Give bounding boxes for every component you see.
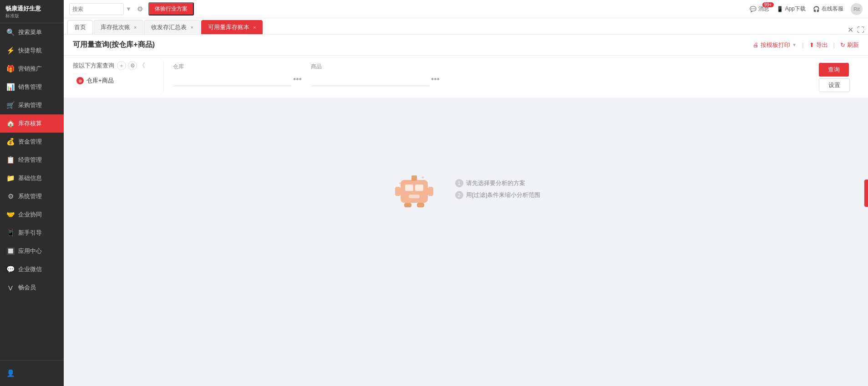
scheme-label: 按以下方案查询 [73,62,114,70]
sidebar-logo: 畅康通好生意 标准版 [0,0,64,23]
topbar: ▼ ⚙ 体验行业方案 💬 消息 99+ 📱 App下载 🎧 在线客服 Rit [64,0,868,18]
app-download-btn[interactable]: 📱 App下载 [777,5,806,13]
sidebar-icon-operations: 📋 [6,156,15,164]
export-icon: ⬆ [809,41,814,48]
warehouse-more-btn[interactable]: ••• [293,75,302,84]
collapse-arrow[interactable]: 《 [139,62,145,70]
sidebar-icon-newbie: 📱 [6,229,15,237]
sidebar-item-shortcut[interactable]: ⚡ 快捷导航 [0,41,64,60]
sidebar-label-appcenter: 应用中心 [18,247,42,255]
svg-rect-2 [415,185,423,191]
tab-label-home: 首页 [74,23,86,31]
sidebar-item-appcenter[interactable]: 🔲 应用中心 [0,242,64,260]
goods-more-btn[interactable]: ••• [431,75,440,84]
goods-field: 商品 ••• [311,63,440,86]
goods-input[interactable] [311,72,429,86]
sidebar-item-finance[interactable]: 💰 资金管理 [0,133,64,151]
warehouse-input[interactable] [173,72,291,86]
settings-button[interactable]: 设置 [819,78,850,92]
sidebar-label-basic: 基础信息 [18,174,42,182]
sidebar-icon-sales: 📊 [6,83,15,91]
page-header-actions: 🖨 按模板打印 ▼ | ⬆ 导出 | ↻ 刷新 [753,41,859,49]
tab-close-btn[interactable]: ✕ [848,26,853,34]
divider2: | [833,41,835,48]
refresh-action[interactable]: ↻ 刷新 [840,41,859,49]
sidebar-item-newbie[interactable]: 📱 新手引导 [0,224,64,242]
svg-text:✦: ✦ [421,175,425,180]
tab-close-available[interactable]: × [253,25,256,30]
svg-rect-1 [405,185,413,191]
empty-illustration: ✦ ✦ [391,166,437,212]
sidebar-item-operations[interactable]: 📋 经营管理 [0,151,64,169]
sidebar-menu: 🔍 搜索菜单 ⚡ 快捷导航 🎁 营销推广 📊 销售管理 🛒 采购管理 🏠 库存核… [0,23,64,360]
sidebar-item-purchase[interactable]: 🛒 采购管理 [0,96,64,114]
tip-2: 2 用[过滤]条件来缩小分析范围 [455,191,540,199]
warehouse-label: 仓库 [173,63,302,71]
message-icon: 💬 [750,6,756,12]
setting-scheme-btn[interactable]: ⚙ [128,61,137,70]
scheme-item-label: 仓库+商品 [86,77,114,85]
sidebar-label-purchase: 采购管理 [18,101,42,109]
topbar-search: ▼ [69,3,132,15]
app-title: 畅康通好生意 [5,5,58,13]
sidebar-item-search[interactable]: 🔍 搜索菜单 [0,23,64,41]
sidebar-item-enterprise[interactable]: 🤝 企业协同 [0,206,64,224]
svg-rect-6 [395,187,401,196]
sidebar-icon-vip: V [6,284,15,292]
tab-close-batch[interactable]: × [134,25,137,30]
divider1: | [802,41,803,48]
scheme-item-warehouse-goods[interactable]: ⊕ 仓库+商品 [73,74,158,87]
tip-num-2: 2 [455,191,463,199]
sidebar-label-system: 系统管理 [18,192,42,201]
svg-rect-9 [417,203,424,207]
goods-label: 商品 [311,63,440,71]
message-badge: 99+ [762,2,774,7]
svg-rect-0 [401,180,428,203]
sidebar-label-newbie: 新手引导 [18,229,42,237]
sidebar-label-inventory: 库存核算 [18,119,42,128]
page-content: 可用量查询(按仓库+商品) 🖨 按模板打印 ▼ | ⬆ 导出 | ↻ 刷新 [64,35,868,386]
avatar: Rit [851,3,863,15]
sidebar-item-inventory[interactable]: 🏠 库存核算 [0,114,64,133]
query-button[interactable]: 查询 [819,63,849,77]
sidebar-icon-marketing: 🎁 [6,65,15,73]
sidebar-item-bottom[interactable]: 👤 [0,364,64,382]
search-input[interactable] [69,3,124,15]
dropdown-icon[interactable]: ▼ [126,5,132,12]
user-icon: 👤 [6,369,15,377]
svg-text:✦: ✦ [398,181,401,185]
tab-batch[interactable]: 库存批次账× [94,20,143,34]
user-profile-btn[interactable]: Rit [851,3,863,15]
tab-expand-btn[interactable]: ⛶ [857,26,864,34]
scheme-actions: ＋ ⚙ 《 [117,61,145,70]
online-service-btn[interactable]: 🎧 在线客服 [813,5,843,13]
sidebar-item-wechat[interactable]: 💬 企业微信 [0,260,64,278]
page-title: 可用量查询(按仓库+商品) [73,40,155,50]
empty-state: ✦ ✦ 1 请先选择要分析的方案 2 用[过滤]条件来缩小分析范围 [64,98,868,280]
sidebar-item-sales[interactable]: 📊 销售管理 [0,78,64,96]
add-scheme-btn[interactable]: ＋ [117,61,126,70]
settings-icon[interactable]: ⚙ [137,5,143,13]
tab-close-summary[interactable]: × [190,25,193,30]
sidebar-label-vip: 畅会员 [18,283,36,292]
print-dropdown-icon[interactable]: ▼ [792,42,797,47]
tab-summary[interactable]: 收发存汇总表× [144,20,200,34]
trial-button[interactable]: 体验行业方案 [148,2,194,15]
sidebar-label-sales: 销售管理 [18,83,42,91]
sidebar-icon-finance: 💰 [6,138,15,146]
tab-home[interactable]: 首页 [67,20,93,34]
export-action[interactable]: ⬆ 导出 [809,41,828,49]
message-btn[interactable]: 💬 消息 99+ [750,5,769,13]
sidebar-item-vip[interactable]: V 畅会员 [0,278,64,297]
sidebar-label-search: 搜索菜单 [18,28,42,36]
print-action[interactable]: 🖨 按模板打印 ▼ [753,41,797,49]
sidebar-icon-system: ⚙ [6,192,15,201]
sidebar-icon-search: 🔍 [6,28,15,36]
tabs-right: ✕ ⛶ [848,26,864,34]
scheme-panel: 按以下方案查询 ＋ ⚙ 《 ⊕ 仓库+商品 [73,61,164,92]
sidebar-item-marketing[interactable]: 🎁 营销推广 [0,60,64,78]
tab-available[interactable]: 可用量库存账本× [201,20,263,34]
svg-rect-3 [409,195,420,198]
sidebar-item-system[interactable]: ⚙ 系统管理 [0,187,64,206]
sidebar-item-basic[interactable]: 📁 基础信息 [0,169,64,187]
